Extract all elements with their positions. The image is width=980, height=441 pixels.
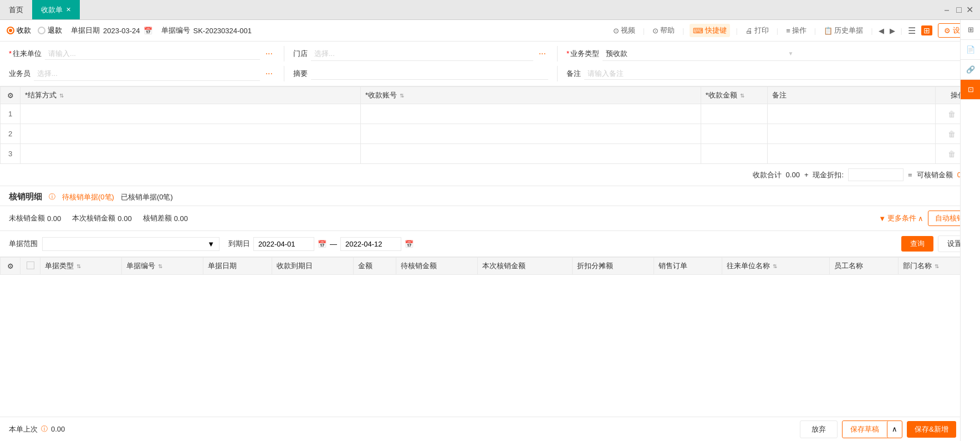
number-value[interactable]: SK-20230324-001 [193, 27, 252, 35]
date-to-input[interactable] [340, 237, 401, 251]
last-order-info-icon[interactable]: ⓘ [41, 424, 48, 434]
dth-checkbox[interactable] [21, 258, 40, 275]
range-dropdown[interactable]: ▼ [42, 237, 220, 251]
bottom-bar: 本单上次 ⓘ 0.00 放弃 保存草稿 ∧ 保存&新增 ∧ [0, 417, 980, 441]
action-help[interactable]: ⊙ 帮助 [650, 24, 677, 37]
layout-icon[interactable]: ☰ [908, 25, 916, 36]
save-draft-button[interactable]: 保存草稿 [843, 421, 887, 438]
toolbar-right: ⊙ 视频 | ⊙ 帮助 | ⌨ 快捷键 | 🖨 打印 | ≡ 操作 [611, 23, 973, 38]
row-note-3[interactable] [767, 144, 935, 164]
sort-icon3: ⇅ [740, 93, 744, 99]
tab-receipt[interactable]: 收款单 ✕ [32, 0, 80, 19]
filter-icon: ▼ [879, 214, 886, 223]
staff-select[interactable]: 选择... [34, 67, 260, 81]
plus-label: + [804, 171, 809, 179]
dth-amount: 金额 [353, 258, 396, 275]
main-wrapper: 收款 退款 单据日期 2023-03-24 📅 单据编号 SK-20230324… [0, 20, 980, 441]
filter-row: 单据范围 ▼ 到期日 📅 — 📅 查询 设置 [0, 231, 980, 257]
restore-icon[interactable]: □ [956, 5, 962, 15]
radio-refund[interactable]: 退款 [38, 25, 62, 35]
discount-label: 现金折扣: [813, 170, 844, 180]
help-icon: ⊙ [652, 27, 659, 35]
right-panel-doc-icon[interactable]: 📄 [961, 40, 980, 60]
shop-select[interactable]: 选择... [311, 47, 533, 61]
date-value[interactable]: 2023-03-24 [103, 27, 140, 35]
table-row: 3 🗑 ⊕ [1, 144, 980, 164]
tab-receipt-label: 收款单 [41, 5, 63, 15]
row-payment-3[interactable] [21, 144, 361, 164]
note-input[interactable] [584, 68, 971, 80]
shop-more-icon[interactable]: ··· [537, 49, 548, 59]
right-panel-screenshot-icon[interactable]: ⊡ [961, 80, 980, 100]
action-operate[interactable]: ≡ 操作 [784, 24, 809, 37]
sort-icon2: ⇅ [400, 93, 404, 99]
sort-icon: ⇅ [59, 93, 64, 99]
biztype-select[interactable]: 预收款 ▼ [603, 47, 971, 61]
dth-settings[interactable]: ⚙ [1, 258, 21, 275]
partner-more-icon[interactable]: ··· [263, 49, 275, 59]
dth-partner-name: 往来单位名称 ⇅ [722, 258, 830, 275]
row-account-2[interactable] [360, 124, 701, 144]
row-amount-2[interactable] [701, 124, 767, 144]
query-button[interactable]: 查询 [901, 236, 933, 252]
tab-receipt-close[interactable]: ✕ [66, 6, 71, 13]
toolbar-row: 收款 退款 单据日期 2023-03-24 📅 单据编号 SK-20230324… [0, 20, 980, 42]
row-payment-2[interactable] [21, 124, 361, 144]
screenshot-icon: ⊡ [968, 85, 974, 94]
row-account-1[interactable] [360, 104, 701, 124]
row-account-3[interactable] [360, 144, 701, 164]
radio-receipt[interactable]: 收款 [7, 25, 31, 35]
partner-field: *往来单位 ··· [9, 48, 275, 60]
minimize-icon[interactable]: － [942, 3, 952, 17]
partner-input[interactable] [45, 48, 260, 60]
summary-input[interactable] [311, 68, 548, 80]
radio-refund-dot [38, 27, 45, 34]
more-conditions-btn[interactable]: ▼ 更多条件 ∧ [879, 213, 923, 223]
delete-icon[interactable]: 🗑 [948, 110, 956, 119]
right-panel-link-icon[interactable]: 🔗 [961, 60, 980, 80]
receipt-table: ⚙ *结算方式 ⇅ *收款账号 ⇅ [0, 86, 980, 164]
staff-field: 业务员 选择... ··· [9, 67, 275, 81]
calendar-icon[interactable]: 📅 [144, 27, 152, 35]
calendar-to-icon[interactable]: 📅 [405, 240, 414, 248]
sort-doctype-icon: ⇅ [76, 263, 81, 269]
delete-icon3[interactable]: 🗑 [948, 150, 956, 158]
nav-next-icon[interactable]: ▶ [890, 27, 895, 35]
delete-icon2[interactable]: 🗑 [948, 130, 956, 139]
total-label: 收款合计 [753, 170, 782, 180]
date-range-field: 到期日 📅 — 📅 [228, 237, 414, 251]
close-window-icon[interactable]: ✕ [966, 4, 973, 15]
right-panel-table-icon[interactable]: ⊞ [961, 20, 980, 40]
th-settings[interactable]: ⚙ [1, 87, 21, 104]
right-panel: ⊞ 📄 🔗 ⊡ [960, 20, 980, 441]
save-draft-arrow-button[interactable]: ∧ [887, 421, 902, 438]
date-from-input[interactable] [253, 237, 314, 251]
discount-input[interactable] [848, 168, 904, 181]
nav-prev-icon[interactable]: ◀ [879, 27, 884, 35]
action-print[interactable]: 🖨 打印 [743, 24, 771, 37]
equal-label: = [908, 171, 912, 179]
verification-title: 核销明细 [9, 192, 42, 202]
form-section: *往来单位 ··· 门店 选择... ··· *业务类型 预收款 ▼ [0, 42, 980, 86]
action-shortcut[interactable]: ⌨ 快捷键 [690, 24, 730, 37]
row-note-2[interactable] [767, 124, 935, 144]
row-amount-1[interactable] [701, 104, 767, 124]
row-amount-3[interactable] [701, 144, 767, 164]
abandon-button[interactable]: 放弃 [800, 421, 838, 438]
calendar-from-icon[interactable]: 📅 [318, 240, 326, 248]
action-history[interactable]: 📋 历史单据 [821, 24, 865, 37]
range-select: 单据范围 ▼ [9, 237, 220, 251]
sort-docnum-icon: ⇅ [158, 263, 162, 269]
row-note-1[interactable] [767, 104, 935, 124]
table-row: 2 🗑 ⊕ [1, 124, 980, 144]
pending-tab[interactable]: 待核销单据(0笔) [62, 192, 114, 202]
staff-more-icon[interactable]: ··· [263, 69, 275, 79]
save-new-button[interactable]: 保存&新增 [907, 421, 956, 438]
action-video[interactable]: ⊙ 视频 [611, 24, 637, 37]
tab-home[interactable]: 首页 [0, 0, 32, 19]
table-icon: ⊞ [968, 25, 974, 34]
diff-value: 0.00 [174, 214, 188, 223]
layout-icon2[interactable]: ⊞ [921, 25, 932, 35]
row-payment-1[interactable] [21, 104, 361, 124]
done-tab[interactable]: 已核销单据(0笔) [121, 192, 173, 202]
